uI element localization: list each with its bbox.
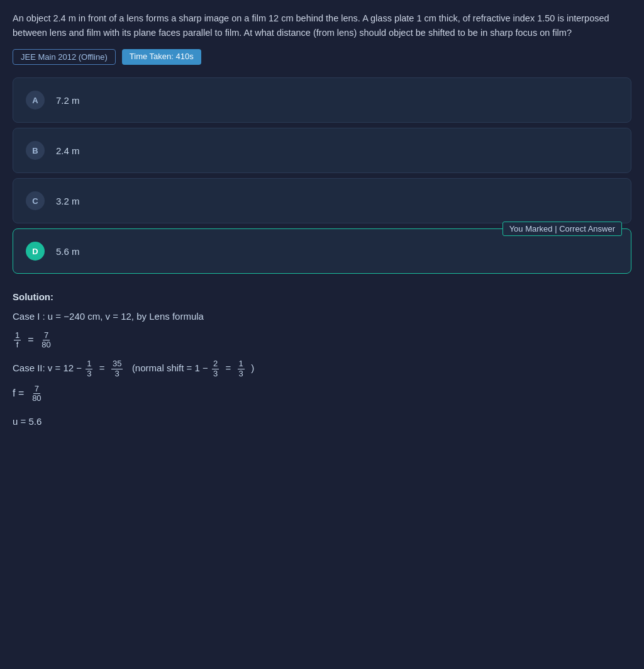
option-d-text: 5.6 m [56, 246, 80, 257]
option-a[interactable]: A 7.2 m [13, 77, 631, 123]
solution-math1: 1 f = 7 80 [13, 331, 631, 350]
question-text: An object 2.4 m in front of a lens forms… [13, 11, 631, 40]
option-b[interactable]: B 2.4 m [13, 128, 631, 173]
option-d-badge: D [26, 242, 45, 261]
solution-math2: f = 7 80 [13, 385, 631, 403]
option-a-text: 7.2 m [56, 95, 80, 106]
option-c-badge: C [26, 191, 45, 210]
solution-line5: u = 5.6 [13, 413, 631, 430]
solution-section: Solution: Case I : u = −240 cm, v = 12, … [13, 291, 631, 429]
options-container: A 7.2 m B 2.4 m C 3.2 m D 5.6 m You Mark… [13, 77, 631, 279]
option-c[interactable]: C 3.2 m [13, 178, 631, 223]
tag-time-taken: Time Taken: 410s [122, 49, 201, 65]
tag-jee-main: JEE Main 2012 (Offline) [13, 49, 116, 65]
option-c-text: 3.2 m [56, 196, 80, 206]
option-b-badge: B [26, 141, 45, 160]
option-b-text: 2.4 m [56, 145, 80, 156]
tags-row: JEE Main 2012 (Offline) Time Taken: 410s [13, 49, 631, 65]
solution-line1: Case I : u = −240 cm, v = 12, by Lens fo… [13, 308, 631, 325]
solution-label: Solution: [13, 291, 631, 302]
option-a-badge: A [26, 91, 45, 110]
solution-line3: Case II: v = 12 − 1 3 = 35 3 (normal shi… [13, 359, 631, 378]
page-container: An object 2.4 m in front of a lens forms… [0, 0, 644, 444]
option-d[interactable]: D 5.6 m You Marked | Correct Answer [13, 228, 631, 274]
you-marked-label: You Marked | Correct Answer [502, 222, 622, 236]
